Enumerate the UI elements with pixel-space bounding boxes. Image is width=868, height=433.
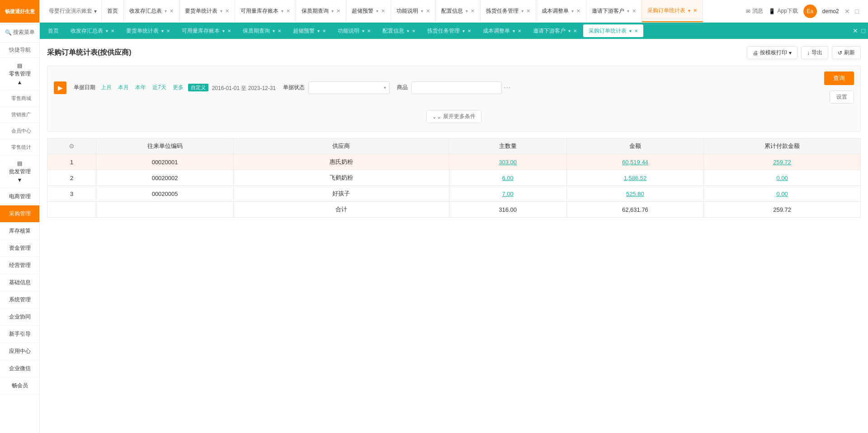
window-close-button[interactable]: ✕: [844, 8, 850, 15]
tab-home[interactable]: 首页: [102, 0, 124, 22]
sidebar-item-ecommerce[interactable]: 电商管理: [0, 188, 39, 205]
sidebar-item-basic[interactable]: 基础信息: [0, 274, 39, 291]
quick-nav-button[interactable]: 快捷导航: [0, 43, 39, 58]
tab-expiry-query[interactable]: 保质期查询 ▾ ✕: [296, 0, 346, 22]
export-button[interactable]: ↓ 导出: [801, 46, 828, 59]
tab-purchase-order-stat[interactable]: 采购订单统计表 ▾ ✕: [642, 0, 703, 22]
sidebar-item-enterprise[interactable]: 企业协同: [0, 309, 39, 326]
tab-invite-downstream[interactable]: 邀请下游客户 ▾ ✕: [586, 0, 642, 22]
page-tab-home[interactable]: 首页: [42, 24, 64, 37]
tab-close-icon[interactable]: ✕: [170, 8, 174, 14]
tab-close-icon10[interactable]: ✕: [632, 8, 636, 14]
page-tab-close5[interactable]: ✕: [322, 29, 326, 33]
message-action[interactable]: ✉ 消息: [746, 7, 763, 15]
sidebar-item-marketing[interactable]: 营销推广: [0, 107, 39, 123]
page-tab-config[interactable]: 配置信息 ▾ ✕: [377, 24, 421, 37]
query-button[interactable]: 查询: [824, 71, 854, 85]
tab-close-icon3[interactable]: ✕: [286, 8, 290, 14]
sidebar-item-finance[interactable]: 资金管理: [0, 240, 39, 257]
app-download-action[interactable]: 📱 App下载: [769, 7, 797, 15]
page-tab-purchase-stat[interactable]: 采购订单统计表 ▾ ✕: [583, 24, 643, 37]
tab-close-icon5[interactable]: ✕: [381, 8, 385, 14]
page-tab-requisition[interactable]: 要货单统计表 ▾ ✕: [121, 24, 175, 37]
window-maximize-button[interactable]: □: [855, 8, 859, 15]
page-tab-close4[interactable]: ✕: [278, 29, 281, 33]
page-tab-close11[interactable]: ✕: [634, 29, 638, 33]
tab-close-icon9[interactable]: ✕: [576, 8, 580, 14]
sidebar-item-purchase[interactable]: 采购管理: [0, 205, 39, 223]
page-tab-expiry[interactable]: 保质期查询 ▾ ✕: [237, 24, 287, 37]
shortcut-last-month[interactable]: 上月: [99, 83, 113, 92]
settings-icon[interactable]: ⚙: [69, 143, 75, 150]
qty-link-3[interactable]: 7.00: [502, 190, 514, 197]
page-tab-receive-summary[interactable]: 收发存汇总表 ▾ ✕: [65, 24, 120, 37]
filter-toggle-button[interactable]: ▶: [54, 81, 66, 94]
print-button[interactable]: 🖨 按模板打印 ▾: [747, 46, 797, 59]
shortcut-this-month[interactable]: 本月: [116, 83, 131, 92]
amount-link-2[interactable]: 1,586.52: [624, 175, 647, 181]
page-tab-close9[interactable]: ✕: [518, 29, 521, 33]
sidebar-item-system[interactable]: 系统管理: [0, 291, 39, 309]
page-tab-cost-adjust[interactable]: 成本调整单 ▾ ✕: [477, 24, 527, 37]
tab-requisition-stat[interactable]: 要货单统计表 ▾ ✕: [179, 0, 235, 22]
workspace-selector[interactable]: 母婴行业演示账套 ▾: [44, 0, 102, 22]
page-tab-close3[interactable]: ✕: [227, 29, 231, 33]
tab-close-icon2[interactable]: ✕: [225, 8, 229, 14]
expand-more-button[interactable]: ⌄⌄ 展开更多条件: [426, 110, 481, 123]
tab-function-desc[interactable]: 功能说明 ▾ ✕: [391, 0, 436, 22]
page-tab-close1[interactable]: ✕: [111, 29, 114, 33]
sidebar-item-newbie[interactable]: 新手引导: [0, 326, 39, 343]
sidebar-item-vip[interactable]: 畅会员: [0, 377, 39, 395]
refresh-button[interactable]: ↺ 刷新: [832, 46, 861, 59]
paid-link-3[interactable]: 0.00: [776, 190, 788, 197]
page-tab-close10[interactable]: ✕: [573, 29, 577, 33]
amount-link-3[interactable]: 525.80: [626, 190, 644, 197]
tab-config-info[interactable]: 配置信息 ▾ ✕: [436, 0, 481, 22]
tab-overstock-warning[interactable]: 超储预警 ▾ ✕: [346, 0, 391, 22]
page-tab-close2[interactable]: ✕: [166, 29, 170, 33]
tabs-close-action[interactable]: ✕: [853, 27, 858, 34]
page-tab-close7[interactable]: ✕: [412, 29, 415, 33]
shortcut-7days[interactable]: 近7天: [151, 83, 168, 92]
qty-link-2[interactable]: 6.00: [502, 175, 514, 181]
paid-link-1[interactable]: 259.72: [773, 159, 791, 166]
cell-num-3: 3: [47, 186, 96, 202]
tab-close-icon4[interactable]: ✕: [336, 8, 340, 14]
user-avatar[interactable]: Ea: [803, 5, 817, 18]
page-tab-invite[interactable]: 邀请下游客户 ▾ ✕: [528, 24, 582, 37]
goods-dots-button[interactable]: ···: [504, 84, 511, 92]
sidebar-item-stock[interactable]: 库存核算: [0, 223, 39, 240]
page-tab-available-stock[interactable]: 可用量库存账本 ▾ ✕: [176, 24, 236, 37]
tab-available-stock[interactable]: 可用量库存账本 ▾ ✕: [235, 0, 296, 22]
tabs-maximize-action[interactable]: □: [862, 27, 865, 34]
amount-link-1[interactable]: 60,519.44: [622, 159, 648, 166]
paid-link-2[interactable]: 0.00: [776, 175, 788, 181]
page-tab-overstock[interactable]: 超储预警 ▾ ✕: [288, 24, 331, 37]
shortcut-more[interactable]: 更多: [171, 83, 185, 92]
tab-close-icon8[interactable]: ✕: [526, 8, 530, 14]
qty-link-1[interactable]: 303.00: [499, 159, 517, 166]
goods-input[interactable]: [411, 81, 502, 94]
tab-receive-summary[interactable]: 收发存汇总表 ▾ ✕: [124, 0, 179, 22]
tab-close-icon6[interactable]: ✕: [426, 8, 430, 14]
page-tab-pick-task[interactable]: 拣货任务管理 ▾ ✕: [422, 24, 476, 37]
tab-cost-adjust[interactable]: 成本调整单 ▾ ✕: [536, 0, 586, 22]
sidebar-item-retail-mall[interactable]: 零售商城: [0, 90, 39, 107]
status-select[interactable]: [308, 81, 390, 94]
sidebar-item-member[interactable]: 会员中心: [0, 123, 39, 139]
page-tab-close6[interactable]: ✕: [367, 29, 371, 33]
sidebar-item-wholesale[interactable]: ▤ 批发管理 ▼: [0, 156, 39, 188]
search-menu-button[interactable]: 🔍 搜索菜单: [3, 26, 37, 38]
page-tab-close8[interactable]: ✕: [467, 29, 471, 33]
sidebar-item-appcenter[interactable]: 应用中心: [0, 343, 39, 360]
page-tab-function[interactable]: 功能说明 ▾ ✕: [332, 24, 376, 37]
setting-button[interactable]: 设置: [830, 90, 854, 104]
tab-close-icon7[interactable]: ✕: [471, 8, 475, 14]
shortcut-this-year[interactable]: 本年: [133, 83, 148, 92]
sidebar-item-retail[interactable]: ▤ 零售管理 ▲: [0, 58, 39, 90]
tab-pick-task[interactable]: 拣货任务管理 ▾ ✕: [481, 0, 536, 22]
sidebar-item-retail-stat[interactable]: 零售统计: [0, 139, 39, 156]
tab-close-icon11[interactable]: ✕: [693, 8, 697, 14]
sidebar-item-operations[interactable]: 经营管理: [0, 257, 39, 274]
sidebar-item-wechat[interactable]: 企业微信: [0, 360, 39, 377]
